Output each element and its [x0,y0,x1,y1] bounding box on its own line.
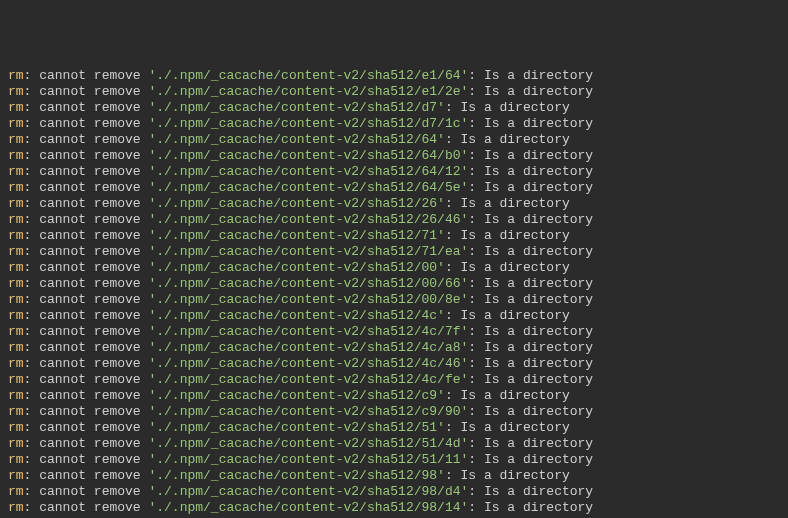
command-name: rm [8,324,24,339]
error-action: cannot remove [39,436,140,451]
error-path: './.npm/_cacache/content-v2/sha512/4c/7f… [148,324,468,339]
terminal-output[interactable]: rm: cannot remove './.npm/_cacache/conte… [8,68,780,518]
command-name: rm [8,260,24,275]
error-action: cannot remove [39,324,140,339]
command-name: rm [8,100,24,115]
command-name: rm [8,308,24,323]
command-name: rm [8,452,24,467]
command-name: rm [8,340,24,355]
command-name: rm [8,372,24,387]
command-name: rm [8,468,24,483]
error-path: './.npm/_cacache/content-v2/sha512/00/8e… [148,292,468,307]
error-line: rm: cannot remove './.npm/_cacache/conte… [8,164,780,180]
error-message: Is a directory [484,436,593,451]
error-message: Is a directory [484,324,593,339]
error-message: Is a directory [484,212,593,227]
command-name: rm [8,484,24,499]
error-message: Is a directory [461,468,570,483]
command-name: rm [8,388,24,403]
error-path: './.npm/_cacache/content-v2/sha512/64/b0… [148,148,468,163]
error-path: './.npm/_cacache/content-v2/sha512/71' [148,228,444,243]
error-line: rm: cannot remove './.npm/_cacache/conte… [8,420,780,436]
command-name: rm [8,180,24,195]
error-message: Is a directory [484,404,593,419]
error-action: cannot remove [39,276,140,291]
error-action: cannot remove [39,404,140,419]
command-name: rm [8,132,24,147]
command-name: rm [8,436,24,451]
error-path: './.npm/_cacache/content-v2/sha512/4c/46… [148,356,468,371]
error-path: './.npm/_cacache/content-v2/sha512/d7/1c… [148,116,468,131]
command-name: rm [8,116,24,131]
error-line: rm: cannot remove './.npm/_cacache/conte… [8,244,780,260]
error-message: Is a directory [484,372,593,387]
error-action: cannot remove [39,308,140,323]
command-name: rm [8,276,24,291]
error-action: cannot remove [39,180,140,195]
error-message: Is a directory [461,100,570,115]
error-path: './.npm/_cacache/content-v2/sha512/98/d4… [148,484,468,499]
command-name: rm [8,164,24,179]
error-path: './.npm/_cacache/content-v2/sha512/4c' [148,308,444,323]
error-line: rm: cannot remove './.npm/_cacache/conte… [8,260,780,276]
error-action: cannot remove [39,388,140,403]
error-line: rm: cannot remove './.npm/_cacache/conte… [8,116,780,132]
error-path: './.npm/_cacache/content-v2/sha512/00/66… [148,276,468,291]
error-message: Is a directory [484,148,593,163]
command-name: rm [8,196,24,211]
error-path: './.npm/_cacache/content-v2/sha512/98' [148,468,444,483]
command-name: rm [8,68,24,83]
error-message: Is a directory [484,500,593,515]
error-message: Is a directory [484,164,593,179]
error-message: Is a directory [461,132,570,147]
error-message: Is a directory [484,340,593,355]
error-message: Is a directory [484,244,593,259]
error-line: rm: cannot remove './.npm/_cacache/conte… [8,356,780,372]
command-name: rm [8,500,24,515]
error-message: Is a directory [461,388,570,403]
error-message: Is a directory [484,84,593,99]
command-name: rm [8,148,24,163]
error-action: cannot remove [39,212,140,227]
error-path: './.npm/_cacache/content-v2/sha512/51/11… [148,452,468,467]
error-path: './.npm/_cacache/content-v2/sha512/d7' [148,100,444,115]
error-message: Is a directory [484,484,593,499]
error-message: Is a directory [461,260,570,275]
error-line: rm: cannot remove './.npm/_cacache/conte… [8,100,780,116]
command-name: rm [8,356,24,371]
error-action: cannot remove [39,100,140,115]
error-message: Is a directory [484,116,593,131]
error-line: rm: cannot remove './.npm/_cacache/conte… [8,276,780,292]
error-line: rm: cannot remove './.npm/_cacache/conte… [8,84,780,100]
error-line: rm: cannot remove './.npm/_cacache/conte… [8,196,780,212]
error-message: Is a directory [461,420,570,435]
error-action: cannot remove [39,132,140,147]
error-path: './.npm/_cacache/content-v2/sha512/71/ea… [148,244,468,259]
error-path: './.npm/_cacache/content-v2/sha512/64/12… [148,164,468,179]
error-line: rm: cannot remove './.npm/_cacache/conte… [8,436,780,452]
command-name: rm [8,404,24,419]
error-line: rm: cannot remove './.npm/_cacache/conte… [8,132,780,148]
error-line: rm: cannot remove './.npm/_cacache/conte… [8,68,780,84]
command-name: rm [8,84,24,99]
error-path: './.npm/_cacache/content-v2/sha512/e1/64… [148,68,468,83]
error-action: cannot remove [39,468,140,483]
error-line: rm: cannot remove './.npm/_cacache/conte… [8,180,780,196]
command-name: rm [8,420,24,435]
error-message: Is a directory [461,196,570,211]
error-line: rm: cannot remove './.npm/_cacache/conte… [8,404,780,420]
error-line: rm: cannot remove './.npm/_cacache/conte… [8,500,780,516]
error-action: cannot remove [39,228,140,243]
error-action: cannot remove [39,84,140,99]
error-line: rm: cannot remove './.npm/_cacache/conte… [8,484,780,500]
error-message: Is a directory [461,228,570,243]
error-action: cannot remove [39,164,140,179]
error-action: cannot remove [39,452,140,467]
error-line: rm: cannot remove './.npm/_cacache/conte… [8,468,780,484]
error-line: rm: cannot remove './.npm/_cacache/conte… [8,372,780,388]
error-path: './.npm/_cacache/content-v2/sha512/51' [148,420,444,435]
error-path: './.npm/_cacache/content-v2/sha512/51/4d… [148,436,468,451]
command-name: rm [8,244,24,259]
error-path: './.npm/_cacache/content-v2/sha512/00' [148,260,444,275]
error-line: rm: cannot remove './.npm/_cacache/conte… [8,340,780,356]
